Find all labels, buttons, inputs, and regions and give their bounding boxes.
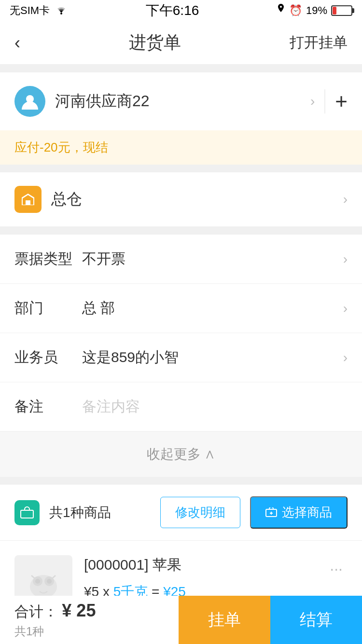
battery-icon <box>331 5 352 16</box>
supplier-section: 河南供应商22 › + 应付-20元，现结 <box>0 72 362 165</box>
open-pending-button[interactable]: 打开挂单 <box>290 33 348 53</box>
note-input[interactable]: 备注内容 <box>82 397 348 417</box>
page-title: 进货单 <box>129 31 181 55</box>
svg-point-11 <box>47 579 52 584</box>
hold-button[interactable]: 挂单 <box>179 596 270 644</box>
status-bar: 无SIM卡 下午6:16 ⏰ 19% <box>0 0 362 21</box>
product-more-button[interactable]: ··· <box>325 555 348 583</box>
checkout-button[interactable]: 结算 <box>270 596 362 644</box>
supplier-avatar <box>14 86 45 117</box>
products-header: 共1种商品 修改明细 选择商品 <box>0 485 362 541</box>
svg-rect-2 <box>26 200 30 205</box>
salesman-label: 业务员 <box>14 348 82 367</box>
back-button[interactable]: ‹ <box>14 33 20 53</box>
supplier-row[interactable]: 河南供应商22 › + <box>0 72 362 130</box>
warehouse-section: 总仓 › <box>0 172 362 226</box>
department-chevron-icon: › <box>343 301 348 316</box>
select-product-button[interactable]: 选择商品 <box>250 496 348 529</box>
edit-detail-button[interactable]: 修改明细 <box>160 497 240 528</box>
nav-bar: ‹ 进货单 打开挂单 <box>0 21 362 65</box>
location-icon <box>277 4 285 17</box>
add-supplier-button[interactable]: + <box>335 89 348 113</box>
note-label: 备注 <box>14 397 82 417</box>
status-carrier: 无SIM卡 <box>10 3 68 18</box>
salesman-row[interactable]: 业务员 这是859的小智 › <box>0 333 362 382</box>
department-value: 总 部 <box>82 298 343 318</box>
invoice-type-value: 不开票 <box>82 249 343 269</box>
warehouse-icon <box>14 186 42 213</box>
svg-rect-3 <box>21 510 33 518</box>
carrier-text: 无SIM卡 <box>10 3 50 18</box>
bottom-bar: 合计： ¥ 25 共1种 挂单 结算 <box>0 596 362 644</box>
bottom-total: 合计： ¥ 25 共1种 <box>0 596 179 644</box>
status-indicators: ⏰ 19% <box>277 4 352 17</box>
collapse-bar[interactable]: 收起更多 ∧ <box>0 431 362 477</box>
total-sub: 共1种 <box>14 624 164 639</box>
select-product-label: 选择商品 <box>282 504 332 521</box>
status-time: 下午6:16 <box>146 1 199 20</box>
warehouse-chevron-icon: › <box>343 192 348 207</box>
department-label: 部门 <box>14 298 82 318</box>
supplier-divider <box>324 89 325 113</box>
products-count: 共1种商品 <box>49 504 151 522</box>
total-main: 合计： ¥ 25 <box>14 601 164 622</box>
alarm-icon: ⏰ <box>289 4 302 17</box>
svg-point-10 <box>35 579 40 584</box>
department-row[interactable]: 部门 总 部 › <box>0 283 362 333</box>
total-label: 合计： <box>14 603 58 619</box>
salesman-chevron-icon: › <box>343 350 348 365</box>
note-row[interactable]: 备注 备注内容 <box>0 382 362 431</box>
battery-percentage: 19% <box>306 4 327 17</box>
invoice-type-row[interactable]: 票据类型 不开票 › <box>0 234 362 283</box>
supplier-chevron-icon: › <box>310 94 315 109</box>
warehouse-name: 总仓 <box>51 189 343 210</box>
form-section: 票据类型 不开票 › 部门 总 部 › 业务员 这是859的小智 › 备注 备注… <box>0 234 362 477</box>
invoice-type-chevron-icon: › <box>343 252 348 267</box>
warehouse-row[interactable]: 总仓 › <box>0 172 362 226</box>
products-icon <box>14 500 40 525</box>
product-code: [0000001] <box>84 557 148 573</box>
wifi-icon <box>55 4 68 17</box>
invoice-type-label: 票据类型 <box>14 249 82 269</box>
product-name: [0000001] 苹果 <box>84 555 313 575</box>
salesman-value: 这是859的小智 <box>82 348 343 367</box>
supplier-name: 河南供应商22 <box>55 91 310 112</box>
total-amount: ¥ 25 <box>62 601 96 620</box>
payment-hint: 应付-20元，现结 <box>0 130 362 165</box>
svg-point-0 <box>60 13 62 14</box>
product-info: [0000001] 苹果 ¥5 x 5千克 = ¥25 <box>84 555 313 601</box>
